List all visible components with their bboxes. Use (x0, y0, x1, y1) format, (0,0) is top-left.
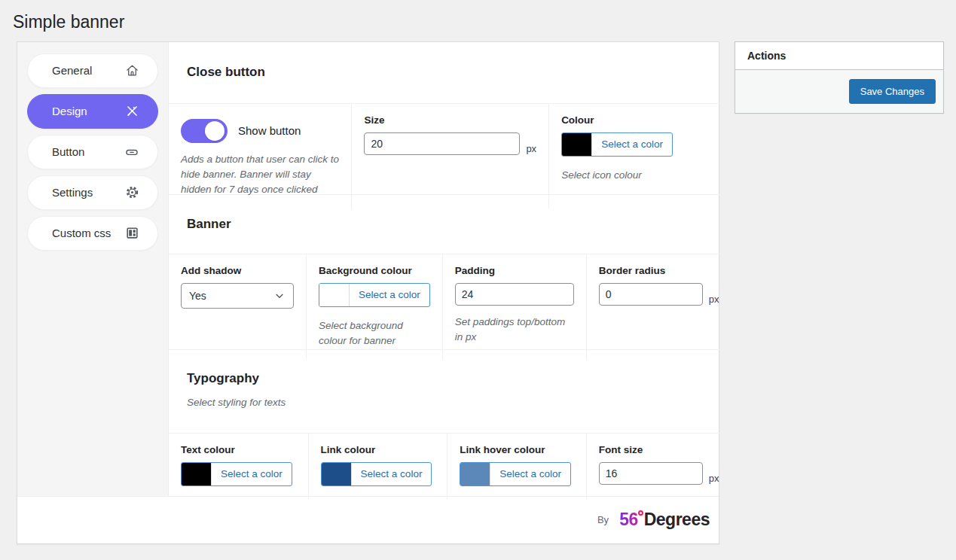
field-size: Size px (351, 104, 548, 208)
save-changes-button[interactable]: Save Changes (849, 79, 936, 104)
unit-label: px (709, 294, 719, 304)
field-label: Font size (599, 444, 719, 455)
background-colour-picker-button[interactable]: Select a color (319, 283, 430, 307)
field-help: Adds a button that user can click to hid… (181, 152, 339, 198)
icon-colour-picker-button[interactable]: Select a color (561, 132, 673, 157)
field-padding: Padding Set paddings top/bottom in px (442, 254, 586, 360)
sidebar-item-settings[interactable]: Settings (27, 175, 158, 210)
field-label: Add shadow (181, 265, 294, 276)
field-label: Size (364, 114, 536, 126)
by-label: By (597, 514, 609, 525)
show-button-toggle[interactable] (181, 119, 228, 143)
link-icon (124, 145, 139, 160)
field-link-hover-colour: Link hover colour Select a color (447, 434, 586, 499)
field-label: Link hover colour (460, 444, 574, 455)
brand-logo-56degrees[interactable]: 56 Degrees (619, 510, 710, 530)
sidebar-item-general[interactable]: General (27, 53, 158, 88)
card-footer: By 56 Degrees (17, 496, 719, 543)
section-title: Close button (187, 65, 713, 80)
toggle-label: Show button (238, 124, 301, 137)
page-title: Simple banner (0, 0, 956, 34)
color-picker-label: Select a color (592, 133, 672, 156)
section-typography-header: Typography Select styling for texts (169, 350, 732, 434)
close-button-fields: Show button Adds a button that user can … (169, 104, 732, 195)
home-icon (125, 63, 139, 78)
field-show-button: Show button Adds a button that user can … (169, 104, 351, 208)
sidebar-item-button[interactable]: Button (27, 135, 158, 169)
toggle-knob (205, 121, 224, 141)
brand-word: Degrees (644, 510, 710, 530)
color-swatch (460, 463, 490, 485)
field-label: Border radius (599, 265, 719, 276)
color-picker-label: Select a color (490, 463, 570, 485)
color-swatch (322, 463, 352, 485)
brand-number: 56 (619, 510, 638, 530)
field-font-size: Font size px (586, 434, 732, 499)
field-help: Select icon colour (561, 168, 719, 183)
field-label: Padding (455, 265, 574, 276)
add-shadow-select[interactable]: Yes (181, 283, 294, 309)
section-title: Typography (187, 371, 713, 386)
sidebar-item-label: Settings (52, 186, 93, 199)
banner-fields: Add shadow Yes Background colour Sele (169, 254, 732, 350)
section-help: Select styling for texts (187, 395, 713, 410)
section-close-button-header: Close button (169, 42, 732, 104)
field-help: Select background colour for banner (319, 318, 430, 349)
field-label: Text colour (181, 444, 296, 455)
sidebar-item-label: Custom css (52, 227, 111, 239)
gear-icon (125, 185, 139, 199)
size-input[interactable] (364, 132, 520, 155)
field-help: Set paddings top/bottom in px (455, 315, 574, 345)
text-colour-picker-button[interactable]: Select a color (181, 462, 292, 486)
padding-input[interactable] (455, 283, 574, 306)
layout-grid-icon (125, 226, 139, 240)
font-size-input[interactable] (599, 462, 703, 485)
degree-icon (638, 510, 643, 516)
main-layout: General Design But (17, 41, 944, 544)
sidebar-item-label: Button (52, 145, 84, 158)
field-label: Background colour (319, 265, 430, 276)
field-add-shadow: Add shadow Yes (169, 254, 306, 360)
link-hover-colour-picker-button[interactable]: Select a color (460, 462, 571, 486)
unit-label: px (526, 144, 536, 154)
section-banner-header: Banner (169, 195, 732, 254)
border-radius-input[interactable] (599, 283, 703, 306)
color-picker-label: Select a color (352, 463, 432, 485)
field-label: Link colour (321, 444, 435, 455)
color-picker-label: Select a color (350, 284, 429, 306)
field-border-radius: Border radius px (586, 254, 732, 360)
color-swatch (562, 133, 592, 156)
select-value: Yes (189, 290, 206, 302)
settings-content: Close button Show button Adds a button t… (169, 42, 732, 496)
chevron-down-icon (273, 290, 286, 302)
actions-panel-body: Save Changes (735, 70, 943, 113)
actions-panel-title: Actions (735, 42, 943, 70)
link-colour-picker-button[interactable]: Select a color (321, 462, 432, 486)
color-swatch (319, 284, 350, 306)
actions-panel: Actions Save Changes (735, 41, 944, 114)
section-title: Banner (187, 217, 713, 232)
color-swatch (182, 463, 212, 485)
color-picker-label: Select a color (212, 463, 292, 485)
sidebar-item-custom-css[interactable]: Custom css (27, 216, 158, 251)
field-text-colour: Text colour Select a color (169, 434, 308, 499)
sidebar-item-design[interactable]: Design (27, 94, 158, 129)
typography-fields: Text colour Select a color Link colour S… (169, 434, 732, 496)
field-label: Colour (561, 114, 719, 126)
field-colour: Colour Select a color Select icon colour (548, 104, 731, 208)
unit-label: px (709, 473, 719, 483)
field-background-colour: Background colour Select a color Select … (306, 254, 442, 360)
design-tools-icon (125, 104, 139, 118)
field-link-colour: Link colour Select a color (308, 434, 447, 499)
sidebar: General Design But (17, 42, 169, 496)
sidebar-item-label: Design (52, 105, 87, 117)
sidebar-item-label: General (52, 64, 92, 77)
settings-card: General Design But (17, 41, 719, 544)
